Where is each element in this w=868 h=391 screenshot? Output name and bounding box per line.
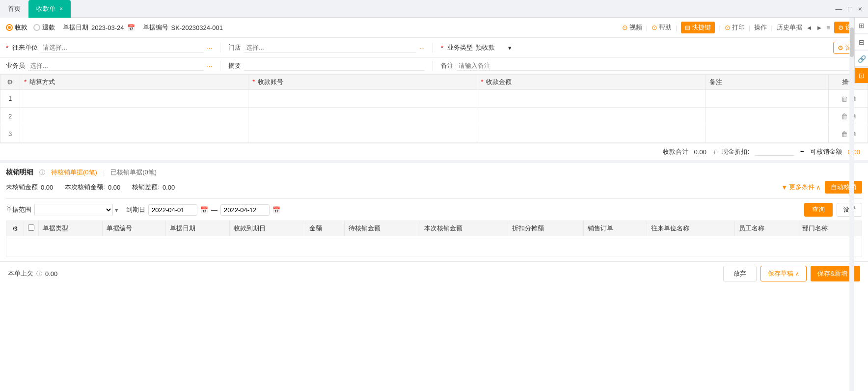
store-label: 门店 <box>228 43 241 52</box>
bottom-gear-btn[interactable]: ⚙ <box>12 225 18 232</box>
more-cond-btn[interactable]: ▼ 更多条件 ∧ <box>781 183 821 192</box>
col-amount-th: * 收款金额 <box>477 75 705 90</box>
verify-done-tab[interactable]: 已核销单据(0笔) <box>110 168 157 177</box>
query-btn[interactable]: 查询 <box>804 203 833 217</box>
range-select[interactable] <box>34 204 113 216</box>
window-close-icon[interactable]: × <box>856 4 864 14</box>
window-minimize-icon[interactable]: — <box>833 4 844 14</box>
cell-amount[interactable] <box>477 108 705 125</box>
table-row: 3 🗑 ⧉ <box>0 125 868 143</box>
summary-input[interactable] <box>244 61 425 71</box>
cell-account[interactable] <box>248 125 477 143</box>
draft-label: 保存草稿 <box>768 269 793 278</box>
from-unit-more-icon[interactable]: ··· <box>207 44 212 52</box>
row-delete-icon[interactable]: 🗑 <box>841 112 848 120</box>
salesperson-more-icon[interactable]: ··· <box>207 62 212 70</box>
tool-help[interactable]: ⊙ 帮助 <box>651 23 672 32</box>
draft-btn[interactable]: 保存草稿 ∧ <box>760 266 807 281</box>
sidebar-active-icon[interactable]: ⊡ <box>855 68 868 84</box>
nav-right-icon[interactable]: ► <box>816 24 823 31</box>
cell-remark[interactable] <box>705 108 828 125</box>
scroll-thumb[interactable] <box>850 28 854 57</box>
verify-info-icon[interactable]: ⓘ <box>39 168 45 177</box>
cell-settle[interactable] <box>20 125 248 143</box>
window-restore-icon[interactable]: □ <box>846 4 854 14</box>
bottom-check-th <box>24 221 39 236</box>
salesperson-input[interactable] <box>28 61 204 71</box>
tab-close-icon[interactable]: × <box>59 5 63 12</box>
cell-remark[interactable] <box>705 90 828 108</box>
bottom-col-6-th: 本次核销金额 <box>420 221 508 236</box>
due-date-field: 到期日 📅 — 📅 <box>126 204 280 216</box>
store-input[interactable] <box>244 43 416 53</box>
discard-btn[interactable]: 放弃 <box>723 266 757 281</box>
shortcut-label: 快捷键 <box>692 23 711 32</box>
cell-action: 🗑 ⧉ <box>829 108 868 125</box>
biz-type-chevron-icon[interactable]: ▾ <box>508 44 512 52</box>
cell-account[interactable] <box>248 90 477 108</box>
summary-discount-label: 现金折扣: <box>722 147 749 156</box>
more-cond-label: 更多条件 <box>789 183 814 192</box>
from-unit-input[interactable] <box>41 43 204 53</box>
due-label: 到期日 <box>126 205 145 214</box>
receipt-refund-radio: 收款 退款 <box>6 23 55 32</box>
calendar-to-icon[interactable]: 📅 <box>272 206 280 214</box>
date-field: 单据日期 2023-03-24 📅 <box>63 23 135 32</box>
current-label: 本次核销金额: <box>65 183 105 192</box>
diff-value: 0.00 <box>163 184 175 191</box>
row-num: 1 <box>0 90 20 108</box>
tool-video[interactable]: ⊙ 视频 <box>622 23 642 32</box>
date-from-input[interactable] <box>148 204 197 216</box>
cell-settle[interactable] <box>20 90 248 108</box>
calendar-icon[interactable]: 📅 <box>127 24 135 31</box>
help-icon: ⊙ <box>651 24 657 31</box>
cell-remark[interactable] <box>705 125 828 143</box>
header-tools: ⊙ 视频 | ⊙ 帮助 | ⊟ 快捷键 | ⊙ 打印 | 操作 | <box>622 22 862 33</box>
main-content: 收款 退款 单据日期 2023-03-24 📅 单据编号 SK-20230324… <box>0 18 868 391</box>
summary-verify-label: 可核销金额 <box>810 147 842 156</box>
video-icon: ⊙ <box>622 24 628 31</box>
sidebar-attach-icon[interactable]: 🔗 <box>855 51 868 67</box>
radio-receipt[interactable]: 收款 <box>6 23 27 32</box>
remark-input[interactable] <box>457 61 862 71</box>
auto-verify-btn[interactable]: 自动核销 <box>825 181 862 194</box>
range-field: 单据范围 ▾ <box>6 204 118 216</box>
summary-label: 摘要 <box>228 61 241 70</box>
footer-info-icon[interactable]: ⓘ <box>36 270 42 278</box>
remark-group: 备注 <box>441 61 862 71</box>
range-dropdown[interactable]: ▾ <box>34 204 118 216</box>
tab-bar-right: — □ × <box>833 4 868 14</box>
summary-discount-input[interactable] <box>755 148 794 156</box>
tool-operations[interactable]: 操作 <box>754 23 767 32</box>
nav-left-icon[interactable]: ◄ <box>806 24 813 31</box>
row-delete-icon[interactable]: 🗑 <box>841 95 848 103</box>
print-label: 打印 <box>732 23 745 32</box>
tab-receipts[interactable]: 收款单 × <box>28 0 71 18</box>
calendar-from-icon[interactable]: 📅 <box>200 206 208 214</box>
tool-history[interactable]: 历史单据 <box>777 23 802 32</box>
form-header: 收款 退款 单据日期 2023-03-24 📅 单据编号 SK-20230324… <box>0 18 868 38</box>
verify-title: 核销明细 <box>6 168 33 177</box>
tab-home[interactable]: 首页 <box>0 0 28 18</box>
verify-pending-tab[interactable]: 待核销单据(0笔) <box>51 168 97 177</box>
shortcut-btn[interactable]: ⊟ 快捷键 <box>681 22 715 33</box>
bottom-check-all[interactable] <box>28 224 34 231</box>
list-view-icon[interactable]: ≡ <box>826 24 830 31</box>
table-gear-btn[interactable]: ⚙ <box>7 78 13 86</box>
row-delete-icon[interactable]: 🗑 <box>841 130 848 138</box>
cell-amount[interactable] <box>477 90 705 108</box>
tab-home-label: 首页 <box>8 4 21 13</box>
cell-account[interactable] <box>248 108 477 125</box>
tool-print[interactable]: ⊙ 打印 <box>725 23 745 32</box>
sidebar-document-icon[interactable]: ⊟ <box>855 34 868 50</box>
cell-action: 🗑 ⧉ <box>829 125 868 143</box>
summary-total-value: 0.00 <box>694 148 706 156</box>
store-more-icon[interactable]: ··· <box>419 44 425 52</box>
date-to-input[interactable] <box>220 204 270 216</box>
sidebar-table-icon[interactable]: ⊞ <box>855 18 868 33</box>
cell-settle[interactable] <box>20 108 248 125</box>
col-settle-th: * 结算方式 <box>20 75 248 90</box>
cell-amount[interactable] <box>477 125 705 143</box>
biz-type-group: * 业务类型 预收款 ▾ <box>441 43 827 52</box>
radio-refund[interactable]: 退款 <box>33 23 55 32</box>
